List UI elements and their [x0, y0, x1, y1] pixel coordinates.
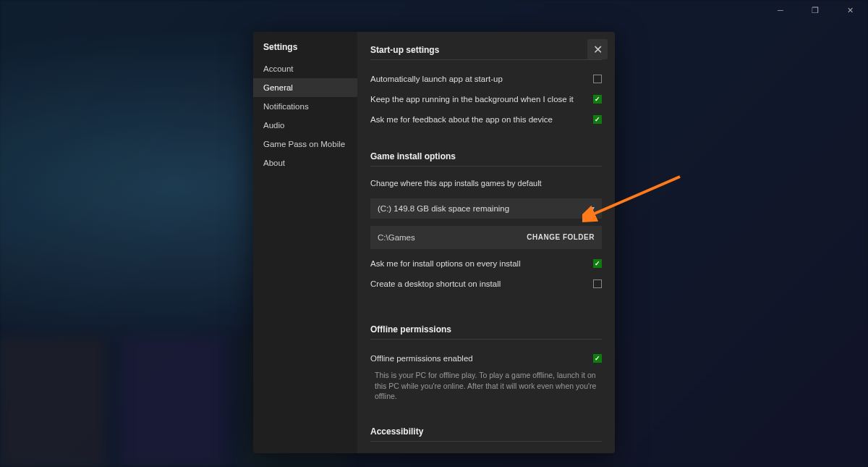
window-titlebar: ─ ❐ ✕: [767, 0, 868, 20]
checkbox-desktop-shortcut[interactable]: [593, 279, 602, 288]
sidebar-item-game-pass-mobile[interactable]: Game Pass on Mobile: [253, 135, 357, 153]
change-folder-button[interactable]: CHANGE FOLDER: [527, 233, 595, 241]
label-offline-enabled: Offline permissions enabled: [370, 353, 586, 364]
row-feedback[interactable]: Ask me for feedback about the app on thi…: [370, 109, 602, 130]
row-themes[interactable]: Show themes on profiles: [370, 450, 602, 453]
row-offline-enabled[interactable]: Offline permissions enabled: [370, 348, 602, 369]
checkbox-feedback[interactable]: [593, 115, 602, 124]
sidebar-item-account[interactable]: Account: [253, 59, 357, 78]
label-auto-launch: Automatically launch app at start-up: [370, 73, 586, 85]
sidebar-item-audio[interactable]: Audio: [253, 116, 357, 135]
divider: [370, 166, 602, 167]
section-heading-install: Game install options: [370, 151, 602, 161]
sidebar-item-about[interactable]: About: [253, 153, 357, 172]
close-icon: ✕: [593, 43, 603, 56]
divider: [370, 59, 602, 60]
window-close-button[interactable]: ✕: [836, 0, 864, 20]
drive-dropdown[interactable]: (C:) 149.8 GB disk space remaining ▾: [370, 198, 602, 219]
checkbox-auto-launch[interactable]: [593, 75, 602, 83]
label-ask-install: Ask me for install options on every inst…: [370, 258, 586, 269]
section-heading-offline: Offline permissions: [370, 324, 602, 335]
minimize-button[interactable]: ─: [767, 0, 794, 20]
drive-label: (C:) 149.8 GB disk space remaining: [378, 204, 509, 213]
row-desktop-shortcut[interactable]: Create a desktop shortcut on install: [370, 274, 602, 294]
folder-path: C:\Games: [378, 233, 415, 242]
sidebar-item-notifications[interactable]: Notifications: [253, 97, 357, 116]
dialog-close-button[interactable]: ✕: [587, 39, 608, 59]
settings-content: ✕ Start-up settings Automatically launch…: [357, 32, 615, 453]
section-heading-accessibility: Accessibility: [370, 426, 602, 437]
maximize-button[interactable]: ❐: [801, 0, 829, 20]
chevron-down-icon: ▾: [591, 204, 595, 212]
settings-dialog: Settings Account General Notifications A…: [253, 32, 615, 453]
install-folder-row: C:\Games CHANGE FOLDER: [370, 226, 602, 249]
dialog-title: Settings: [253, 32, 357, 59]
divider: [370, 339, 602, 340]
row-auto-launch[interactable]: Automatically launch app at start-up: [370, 69, 602, 89]
checkbox-offline-enabled[interactable]: [593, 354, 602, 363]
row-ask-install[interactable]: Ask me for install options on every inst…: [370, 253, 602, 274]
offline-help-text: This is your PC for offline play. To pla…: [370, 369, 602, 405]
label-desktop-shortcut: Create a desktop shortcut on install: [370, 278, 586, 290]
label-keep-running: Keep the app running in the background w…: [370, 93, 586, 105]
label-feedback: Ask me for feedback about the app on thi…: [370, 114, 586, 125]
checkbox-keep-running[interactable]: [593, 95, 602, 104]
row-keep-running[interactable]: Keep the app running in the background w…: [370, 89, 602, 109]
settings-sidebar: Settings Account General Notifications A…: [253, 32, 357, 453]
sidebar-item-general[interactable]: General: [253, 78, 357, 97]
divider: [370, 441, 602, 442]
section-heading-startup: Start-up settings: [370, 45, 602, 55]
label-change-where: Change where this app installs games by …: [370, 175, 602, 195]
checkbox-ask-install[interactable]: [593, 259, 602, 268]
